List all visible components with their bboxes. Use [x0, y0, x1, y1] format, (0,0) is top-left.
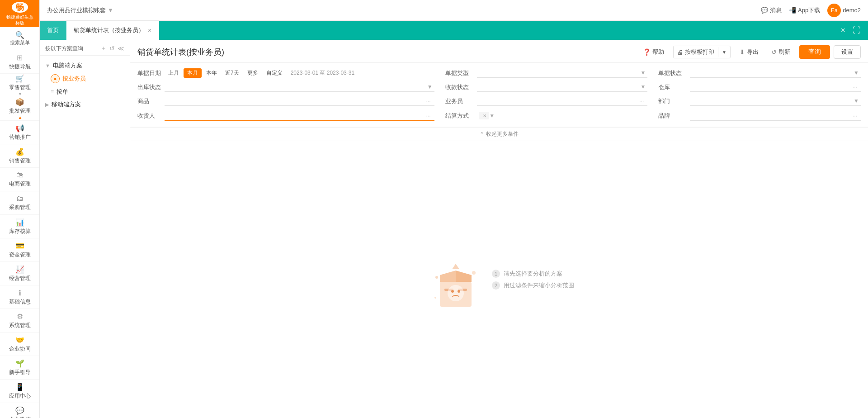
sidebar-item-retail[interactable]: 🛒 零售管理 ▼ — [0, 74, 39, 97]
tree-group-mobile[interactable]: ▶ 移动端方案 — [40, 98, 130, 111]
logo-icon: 畅 — [12, 2, 28, 13]
sidebar-item-sales[interactable]: 💰 销售管理 — [0, 144, 39, 168]
doctype-dropdown-icon: ▼ — [640, 70, 646, 76]
top-buttons-group: 查询 设置 — [799, 45, 861, 59]
tree-item-bill-label: 按单 — [57, 88, 68, 96]
print-icon: 🖨 — [677, 49, 683, 56]
sidebar-search-item[interactable]: 🔍 搜索菜单 — [0, 27, 39, 50]
settlement-dropdown-icon: ▼ — [489, 113, 495, 119]
filter-doctype-input[interactable]: ▼ — [477, 68, 648, 78]
system-icon: ⚙ — [17, 312, 23, 321]
filter-area: 单据日期 上月 本月 本年 近7天 更多 自定义 2023-03-01 至 20… — [130, 63, 868, 127]
sidebar-item-marketing[interactable]: 📢 营销推广 — [0, 121, 39, 144]
tab-sales-stat[interactable]: 销货单统计表（按业务员） × — [66, 21, 159, 40]
collapse-bar[interactable]: ⌃ 收起更多条件 — [130, 127, 868, 141]
tree-group-pc[interactable]: ▼ 电脑端方案 — [40, 59, 130, 72]
wechat-icon: 💬 — [15, 406, 24, 415]
settlement-tag-close[interactable]: × — [483, 112, 487, 119]
sidebar-item-system[interactable]: ⚙ 系统管理 — [0, 309, 39, 332]
tree-item-bill[interactable]: ≡ 按单 — [40, 86, 130, 98]
date-tab-lastmonth[interactable]: 上月 — [165, 68, 183, 78]
export-button[interactable]: ⬇ 导出 — [736, 46, 762, 58]
sidebar-item-basic[interactable]: ℹ 基础信息 — [0, 285, 39, 309]
filter-docstatus-input[interactable]: ▼ — [690, 68, 861, 78]
empty-tip-2: 2 用过滤条件来缩小分析范围 — [492, 281, 574, 290]
date-tabs: 上月 本月 本年 近7天 更多 自定义 2023-03-01 至 2023-03… — [165, 68, 434, 78]
refresh-icon: ↺ — [771, 48, 777, 56]
export-icon: ⬇ — [740, 48, 745, 56]
print-dropdown-button[interactable]: ▼ — [718, 48, 730, 57]
tab-home-label: 首页 — [47, 26, 59, 34]
date-tab-more[interactable]: 更多 — [244, 68, 262, 78]
search-icon: 🔍 — [15, 31, 24, 39]
left-panel-header: 按以下方案查询 ＋ ↺ ≪ — [40, 40, 130, 56]
sidebar-item-purchase[interactable]: 🗂 采购管理 — [0, 191, 39, 215]
content-area: 按以下方案查询 ＋ ↺ ≪ ▼ 电脑端方案 ● 按业务员 ≡ — [40, 40, 868, 418]
sidebar-item-ecommerce[interactable]: 🛍 电商管理 — [0, 168, 39, 191]
sidebar-item-newbie[interactable]: 🌱 新手引导 — [0, 356, 39, 380]
filter-warehouse-input[interactable]: ··· — [690, 82, 861, 92]
print-button[interactable]: 🖨 按模板打印 — [674, 46, 718, 58]
filter-warehouse-label: 仓库 — [658, 83, 690, 91]
filter-dept-label: 部门 — [658, 97, 690, 105]
top-bar-right: 💬 消息 📲 App下载 Ea demo2 — [761, 4, 861, 17]
filter-goods-input[interactable]: ··· — [165, 96, 434, 106]
detail-icon: ≡ — [51, 89, 54, 95]
filter-collection-field: 收款状态 ▼ — [445, 82, 648, 92]
tab-maximize-button[interactable]: ⛶ — [849, 26, 864, 35]
sidebar: 畅 畅捷通好生意 标版 🔍 搜索菜单 ⊞ 快捷导航 🛒 零售管理 ▼ 📦 批发管… — [0, 0, 40, 418]
date-tab-thismonth[interactable]: 本月 — [184, 68, 202, 78]
sidebar-item-inventory[interactable]: 📊 库存核算 — [0, 215, 39, 238]
filter-goods-label: 商品 — [137, 97, 165, 105]
empty-tips: 1 请先选择要分析的方案 2 用过滤条件来缩小分析范围 — [492, 270, 574, 290]
settlement-tag: × — [479, 112, 490, 119]
filter-settlement-label: 结算方式 — [445, 112, 477, 120]
left-panel-actions: ＋ ↺ ≪ — [100, 44, 124, 52]
tab-close-all-button[interactable]: × — [837, 26, 849, 35]
help-button[interactable]: ❓ 帮助 — [639, 46, 668, 58]
receiver-more-icon: ··· — [426, 113, 431, 119]
sidebar-item-finance[interactable]: 💳 资金管理 — [0, 238, 39, 262]
operation-label: 经营管理 — [9, 275, 31, 282]
refresh-plan-button[interactable]: ↺ — [109, 45, 115, 52]
sidebar-item-operation[interactable]: 📈 经营管理 — [0, 262, 39, 285]
filter-settlement-input[interactable]: × ▼ — [477, 110, 648, 121]
date-tab-custom[interactable]: 自定义 — [263, 68, 286, 78]
download-button[interactable]: 📲 App下载 — [789, 6, 820, 14]
filter-collection-input[interactable]: ▼ — [477, 82, 648, 92]
filter-dept-input[interactable]: ▼ — [690, 96, 861, 106]
basic-icon: ℹ — [19, 289, 21, 297]
query-button[interactable]: 查询 — [799, 45, 830, 59]
settings-button[interactable]: 设置 — [834, 45, 861, 59]
app-selector[interactable]: 办公用品行业模拟账套 ▼ — [47, 6, 113, 14]
appcenter-icon: 📱 — [15, 383, 24, 391]
filter-receiver-input[interactable]: ··· — [165, 111, 434, 121]
filter-doctype-field: 单据类型 ▼ — [445, 68, 648, 78]
date-tab-thisyear[interactable]: 本年 — [203, 68, 221, 78]
user-menu[interactable]: Ea demo2 — [827, 4, 861, 17]
add-plan-button[interactable]: ＋ — [100, 44, 107, 52]
sidebar-item-wechat[interactable]: 💬 企业微信 — [0, 403, 39, 418]
tree-item-salesperson[interactable]: ● 按业务员 — [40, 72, 130, 86]
date-tab-7days[interactable]: 近7天 — [222, 68, 243, 78]
sidebar-quick-nav[interactable]: ⊞ 快捷导航 — [0, 50, 39, 74]
quick-nav-label: 快捷导航 — [9, 63, 31, 71]
finance-label: 资金管理 — [9, 251, 31, 259]
sidebar-item-appcenter[interactable]: 📱 应用中心 — [0, 380, 39, 403]
filter-warehouse-field: 仓库 ··· — [658, 82, 861, 92]
docstatus-dropdown-icon: ▼ — [854, 70, 859, 76]
collapse-panel-button[interactable]: ≪ — [118, 45, 124, 52]
sidebar-item-enterprise[interactable]: 🤝 企业协同 — [0, 332, 39, 356]
tab-close-icon[interactable]: × — [148, 27, 151, 34]
tab-home[interactable]: 首页 — [40, 21, 66, 40]
purchase-icon: 🗂 — [16, 195, 24, 203]
avatar: Ea — [827, 4, 841, 17]
filter-brand-input[interactable]: ··· — [690, 111, 861, 121]
refresh-button[interactable]: ↺ 刷新 — [768, 46, 794, 58]
sidebar-item-wholesale[interactable]: 📦 批发管理 ▲ — [0, 97, 39, 121]
svg-marker-11 — [452, 264, 459, 269]
filter-brand-label: 品牌 — [658, 112, 690, 120]
filter-salesperson-input[interactable]: ··· — [477, 96, 648, 106]
message-button[interactable]: 💬 消息 — [761, 6, 782, 14]
filter-outstatus-input[interactable]: ▼ — [165, 82, 434, 92]
